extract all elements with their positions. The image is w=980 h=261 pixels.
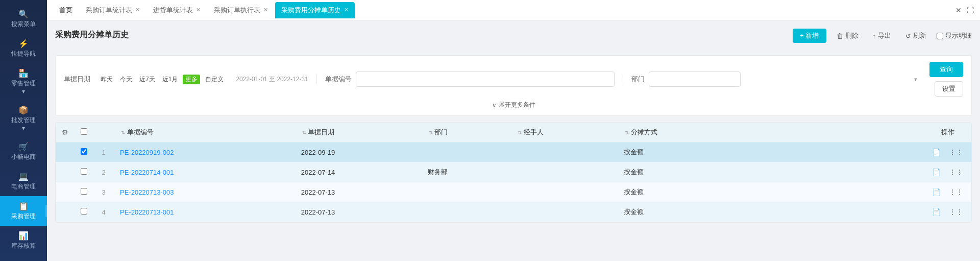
tab-label: 进货单统计表 [153, 6, 193, 15]
page-content: 采购费用分摊单历史 + 新增 🗑 🗑 删除 删除 ↑ 导出 ↺ 刷新 [47, 20, 980, 261]
tab-label: 采购订单统计表 [86, 6, 132, 15]
sidebar-item-label: 搜索菜单 [2, 20, 45, 29]
sidebar-item-finance[interactable]: 💰 资金管理 [0, 255, 47, 261]
sort-icon: ⇅ [121, 130, 125, 135]
doc-no-link[interactable]: PE-20220919-002 [120, 149, 174, 156]
close-icon[interactable]: ✕ [135, 7, 140, 13]
filter-divider-2 [623, 74, 623, 84]
tab-purchase-order-exec[interactable]: 采购订单执行表 ✕ [208, 2, 274, 18]
actions-cell: 📄 ⋮⋮ [924, 143, 971, 162]
sort-icon: ⇅ [625, 130, 629, 135]
checkbox-cell [75, 162, 93, 182]
date-opt-7days[interactable]: 近7天 [137, 74, 157, 85]
more-icon[interactable]: ⋮⋮ [947, 167, 965, 177]
dept-select[interactable]: 财务部 [649, 72, 741, 87]
add-button[interactable]: + 新增 [793, 29, 826, 43]
handler-col-header: ⇅ 经手人 [510, 123, 618, 143]
date-opt-1month[interactable]: 近1月 [160, 74, 180, 85]
doc-date-cell: 2022-09-19 [295, 143, 422, 162]
handler-cell [510, 202, 618, 222]
more-icon[interactable]: ⋮⋮ [947, 187, 965, 197]
more-icon[interactable]: ⋮⋮ [947, 207, 965, 217]
close-icon[interactable]: ✕ [263, 7, 268, 13]
tab-purchase-fee-history[interactable]: 采购费用分摊单历史 ✕ [275, 2, 355, 18]
doc-date-cell: 2022-07-14 [295, 162, 422, 182]
sort-icon: ⇅ [429, 130, 433, 135]
delete-button[interactable]: 🗑 🗑 删除 删除 [832, 29, 863, 42]
select-all-checkbox[interactable] [81, 128, 87, 135]
date-opt-yesterday[interactable]: 昨天 [99, 74, 115, 85]
more-icon[interactable]: ⋮⋮ [947, 147, 965, 157]
edit-icon[interactable]: 📄 [930, 207, 943, 217]
checkbox-col-header [75, 123, 93, 143]
dept-cell [422, 182, 510, 202]
sidebar-item-wholesale[interactable]: 📦 批发管理 ▾ [0, 100, 47, 137]
sidebar-item-label: 零售管理 [2, 79, 45, 88]
doc-no-label: 单据编号 [325, 75, 352, 84]
query-button[interactable]: 查询 [929, 62, 963, 77]
doc-no-filter: 单据编号 [325, 72, 615, 87]
sidebar-item-search[interactable]: 🔍 搜索菜单 [0, 4, 47, 34]
filter-divider [316, 74, 317, 84]
dept-cell: 财务部 [422, 162, 510, 182]
date-opt-custom[interactable]: 自定义 [203, 74, 226, 85]
close-icon[interactable]: ✕ [344, 7, 349, 13]
sidebar: 🔍 搜索菜单 ⚡ 快捷导航 🏪 零售管理 ▾ 📦 批发管理 ▾ 🛒 小畅电商 💻… [0, 0, 47, 261]
close-icon[interactable]: ✕ [196, 7, 201, 13]
table-header-row: ⚙ ⇅ 单据编号 ⇅ 单据日期 [56, 123, 971, 143]
tab-inbound-stats[interactable]: 进货单统计表 ✕ [147, 2, 207, 18]
fullscreen-icon[interactable]: ⛶ [967, 6, 974, 14]
date-label: 单据日期 [64, 75, 90, 84]
table-row: 2 PE-20220714-001 2022-07-14 财务部 按金额 📄 ⋮… [56, 162, 971, 182]
doc-no-input[interactable] [356, 72, 615, 87]
settings-button[interactable]: 设置 [935, 81, 963, 97]
edit-icon[interactable]: 📄 [930, 147, 943, 157]
date-range-display: 2022-01-01 至 2022-12-31 [236, 75, 308, 84]
chevron-down-icon: ∨ [492, 102, 497, 109]
split-method-cell: 按金额 [618, 143, 924, 162]
show-columns-input[interactable] [937, 33, 943, 39]
config-cell [56, 202, 75, 222]
action-buttons: 📄 ⋮⋮ [930, 147, 965, 157]
sidebar-item-purchase[interactable]: 📋 采购管理 [0, 196, 47, 226]
split-method-cell: 按金额 [618, 202, 924, 222]
doc-no-link[interactable]: PE-20220713-003 [120, 188, 174, 196]
ecommerce-icon: 💻 [18, 172, 29, 181]
sidebar-item-label: 电商管理 [2, 182, 45, 191]
row-checkbox[interactable] [81, 208, 87, 215]
tab-purchase-order-stats[interactable]: 采购订单统计表 ✕ [80, 2, 146, 18]
show-columns-checkbox[interactable]: □ 显示明细 显示明细 [937, 31, 972, 40]
edit-icon[interactable]: 📄 [930, 187, 943, 197]
sort-icon: ⇅ [518, 130, 522, 135]
data-table: ⚙ ⇅ 单据编号 ⇅ 单据日期 [55, 122, 972, 223]
close-all-icon[interactable]: ✕ [955, 6, 962, 14]
sidebar-item-retail[interactable]: 🏪 零售管理 ▾ [0, 63, 47, 100]
action-buttons: 📄 ⋮⋮ [930, 187, 965, 197]
retail-icon: 🏪 [18, 69, 29, 78]
config-cell [56, 162, 75, 182]
sidebar-item-label: 库存核算 [2, 242, 45, 250]
table-row: 3 PE-20220713-003 2022-07-13 按金额 📄 ⋮⋮ [56, 182, 971, 202]
row-checkbox[interactable] [81, 148, 87, 155]
doc-no-link[interactable]: PE-20220714-001 [120, 169, 174, 176]
expand-more-btn[interactable]: ∨ 展开更多条件 [64, 101, 963, 109]
wholesale-icon: 📦 [18, 106, 29, 114]
export-button[interactable]: ↑ 导出 [869, 29, 896, 42]
sidebar-item-inventory[interactable]: 📊 库存核算 [0, 226, 47, 255]
row-checkbox[interactable] [81, 168, 87, 175]
tab-home[interactable]: 首页 [53, 2, 79, 18]
gear-icon[interactable]: ⚙ [62, 128, 68, 136]
filter-bar: 单据日期 昨天 今天 近7天 近1月 更多 自定义 2022-01-01 至 2… [55, 55, 972, 116]
sidebar-item-quick-nav[interactable]: ⚡ 快捷导航 [0, 34, 47, 63]
refresh-button[interactable]: ↺ 刷新 [901, 29, 930, 42]
date-opt-more[interactable]: 更多 [183, 75, 200, 84]
sidebar-item-mini-shop[interactable]: 🛒 小畅电商 [0, 137, 47, 167]
sidebar-item-ecommerce[interactable]: 💻 电商管理 [0, 167, 47, 196]
edit-icon[interactable]: 📄 [930, 167, 943, 177]
checkbox-cell [75, 182, 93, 202]
dept-select-wrapper: 财务部 [649, 72, 921, 87]
handler-cell [510, 162, 618, 182]
row-checkbox[interactable] [81, 188, 87, 195]
doc-no-link[interactable]: PE-20220713-001 [120, 208, 174, 216]
date-opt-today[interactable]: 今天 [118, 74, 134, 85]
